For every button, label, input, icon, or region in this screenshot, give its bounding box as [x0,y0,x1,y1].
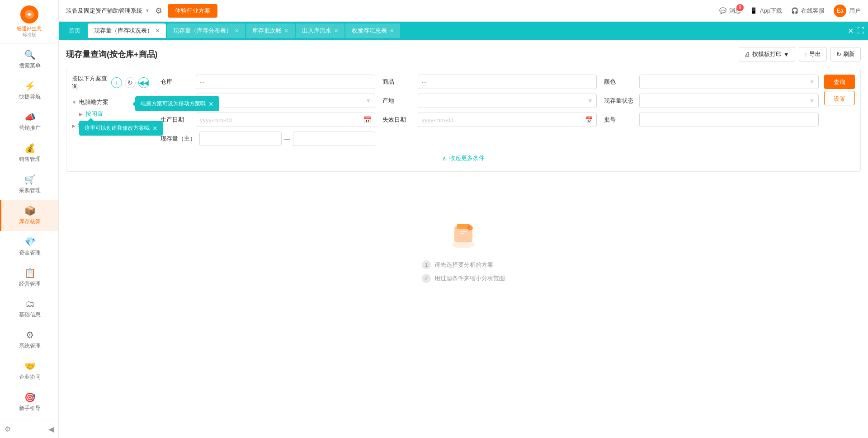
sidebar-item-guide[interactable]: 🎯 新手引导 [0,386,58,418]
goods-input[interactable]: ··· [418,75,597,89]
app-download-label: App下载 [760,7,782,15]
warehouse-dots: ··· [200,79,205,85]
warehouse-input[interactable]: ··· [196,75,375,89]
sidebar-item-label: 采购管理 [19,187,41,194]
expire-date-input[interactable]: yyyy-mm-dd 📅 [418,113,597,127]
size-select[interactable]: ▼ [196,94,375,108]
stock-main-row: 现存量（主） — [160,132,375,146]
collapse-sidebar-icon[interactable]: ◀ [48,425,54,433]
step1-num: 1 [422,260,431,269]
origin-select[interactable]: ▼ [418,94,597,108]
sidebar-item-purchase[interactable]: 🛒 采购管理 [0,169,58,200]
batch-input[interactable] [639,113,819,127]
query-button[interactable]: 查询 [824,75,855,89]
sidebar-item-label: 快捷导航 [19,93,41,101]
filter-inner: 按以下方案查询 + ↻ ◀◀ [72,75,855,151]
edit-tooltip-wrapper: 这里可以创建和修改方案哦 ✕ [79,121,163,136]
sidebar-item-label: 企业协同 [19,373,41,381]
sidebar-item-operations[interactable]: 📋 经营管理 [0,262,58,293]
tab-fullscreen-icon[interactable]: ⛶ [857,27,864,35]
sidebar-item-system[interactable]: ⚙ 系统管理 [0,324,58,355]
back-scheme-button[interactable]: ◀◀ [138,77,149,88]
stock-status-select[interactable]: ▼ [639,94,819,108]
refresh-button[interactable]: ↻ 刷新 [830,47,861,61]
online-support-label: 在线客服 [801,7,825,15]
add-scheme-button[interactable]: + [111,77,122,88]
tab-close-icon[interactable]: ✕ [334,28,338,34]
message-group[interactable]: 💬 消息 9 [719,7,741,15]
sidebar-item-basic-info[interactable]: 🗂 基础信息 [0,293,58,324]
expire-date-placeholder: yyyy-mm-dd [422,117,454,123]
reset-button[interactable]: 设置 [824,91,855,105]
top-header: 装备及固定资产辅助管理系统 ▼ ⚙ 体验行业方案 💬 消息 9 📱 App下载 … [59,0,868,22]
online-support-group[interactable]: 🎧 在线客服 [791,7,825,15]
app-download-group[interactable]: 📱 App下载 [750,7,782,15]
produce-date-row: 生产日期 yyyy-mm-dd 📅 [160,113,375,127]
page-content: 现存量查询(按仓库+商品) 🖨 按模板打印 ▼ ↑ 导出 ↻ [59,40,868,438]
page-actions: 🖨 按模板打印 ▼ ↑ 导出 ↻ 刷新 [739,47,861,61]
sidebar-item-quick-nav[interactable]: ⚡ 快捷导航 [0,75,58,106]
scheme-tree: ▼ 电脑端方案 电脑方案可设为移动方案哦 [72,96,149,132]
print-button[interactable]: 🖨 按模板打印 ▼ [739,47,795,61]
produce-date-input[interactable]: yyyy-mm-dd 📅 [196,113,375,127]
tab-close-icon[interactable]: ✕ [390,28,394,34]
stock-main-max-input[interactable] [293,132,375,146]
tab-batch-account-label: 库存批次账 [252,27,282,35]
warehouse-label: 仓库 [160,78,192,86]
tab-close-icon[interactable]: ✕ [284,28,288,34]
stock-status-row: 现存量状态 ▼ [604,94,819,108]
tab-inventory-status[interactable]: 现存量（库存状况表） ✕ [88,24,166,38]
operations-icon: 📋 [24,268,36,278]
inventory-icon: 📦 [24,205,36,216]
settings-icon[interactable]: ⚙ [5,425,11,433]
tab-in-out-flow[interactable]: 出入库流水 ✕ [296,24,344,38]
step2-text: 用过滤条件来缩小分析范围 [434,274,505,283]
goods-row: 商品 ··· [382,75,597,89]
tab-close-icon[interactable]: ✕ [156,28,160,34]
tab-home[interactable]: 首页 [62,24,87,38]
goods-dots: ··· [422,79,427,85]
color-label: 颜色 [604,78,636,86]
edit-tooltip-close-icon[interactable]: ✕ [152,125,158,132]
goods-label: 商品 [382,78,414,86]
sidebar-item-search[interactable]: 🔍 搜索菜单 [0,44,58,75]
system-selector[interactable]: 装备及固定资产辅助管理系统 ▼ [66,7,150,15]
origin-row: 产地 ▼ [382,94,597,108]
user-group[interactable]: Ea 用户 [834,5,861,17]
pc-scheme-arrow: ▼ [72,100,76,105]
tooltip-close-icon[interactable]: ✕ [208,100,214,108]
sidebar-item-label: 库存核算 [19,218,41,226]
tab-home-label: 首页 [69,27,80,35]
settings-gear-icon[interactable]: ⚙ [155,6,162,16]
sidebar-navigation: 🔍 搜索菜单 ⚡ 快捷导航 📣 营销推广 💰 销售管理 🛒 采购管理 📦 [0,44,58,420]
tooltip-pc-text: 电脑方案可设为移动方案哦 [141,100,206,108]
stock-main-min-input[interactable] [199,132,282,146]
empty-step-2: 2 用过滤条件来缩小分析范围 [422,274,505,283]
tab-inventory-dist[interactable]: 现存量（库存分布表） ✕ [167,24,245,38]
tab-close-all-icon[interactable]: ✕ [848,27,854,35]
pc-tooltip-box: 电脑方案可设为移动方案哦 ✕ [135,96,219,111]
empty-illustration [445,215,481,251]
filter-actions: + ↻ ◀◀ [111,77,149,88]
sidebar-item-label: 基础信息 [19,311,41,319]
system-name: 装备及固定资产辅助管理系统 [66,7,142,15]
range-separator: — [284,136,290,142]
print-arrow-icon: ▼ [783,51,789,58]
export-button[interactable]: ↑ 导出 [799,47,827,61]
pc-scheme-tooltip: 电脑方案可设为移动方案哦 ✕ [135,96,219,111]
refresh-scheme-button[interactable]: ↻ [125,77,136,88]
sidebar-item-enterprise[interactable]: 🤝 企业协同 [0,355,58,386]
tab-collect-summary[interactable]: 收发存汇总表 ✕ [345,24,400,38]
sidebar-item-assets[interactable]: 💎 资金管理 [0,231,58,262]
sidebar-item-inventory[interactable]: 📦 库存核算 [0,200,58,231]
sidebar-item-sales[interactable]: 💰 销售管理 [0,137,58,169]
export-icon: ↑ [805,51,808,58]
tab-batch-account[interactable]: 库存批次账 ✕ [246,24,295,38]
industry-button[interactable]: 体验行业方案 [168,4,217,18]
sidebar-item-marketing[interactable]: 📣 营销推广 [0,106,58,137]
tab-close-icon[interactable]: ✕ [235,28,239,34]
logo-area: 畅通好生意 标准版 [0,0,58,44]
header-left: 装备及固定资产辅助管理系统 ▼ ⚙ 体验行业方案 [66,4,217,18]
color-select[interactable]: ▼ [639,75,819,89]
collapse-button[interactable]: ∧ 收起更多条件 [72,151,855,166]
